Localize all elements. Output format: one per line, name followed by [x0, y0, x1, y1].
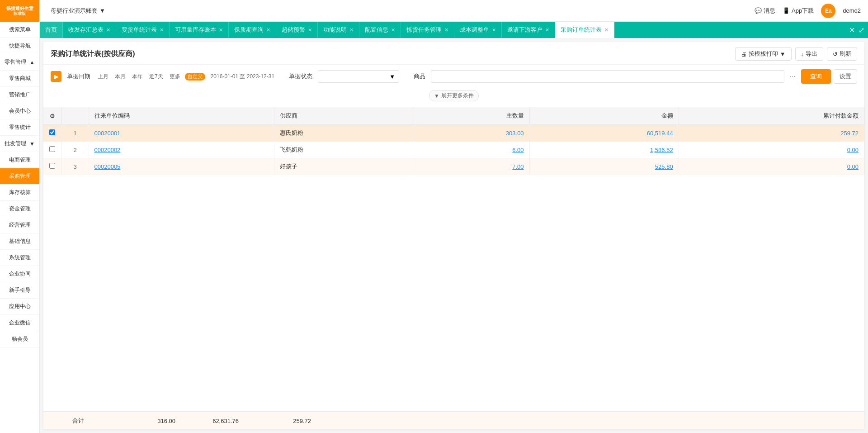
username: demo2	[843, 7, 861, 14]
tab-baozhi-label: 保质期查询	[234, 26, 264, 34]
tab-yaoqing[interactable]: 邀请下游客户 ✕	[502, 22, 555, 38]
row-paid-amount[interactable]: 0.00	[679, 142, 864, 158]
sidebar-item-vip[interactable]: 畅会员	[0, 331, 39, 347]
sidebar-item-marketing[interactable]: 营销推广	[0, 87, 39, 103]
shortcut-this-year[interactable]: 本年	[130, 72, 145, 81]
sidebar-item-enterprise[interactable]: 企业协同	[0, 266, 39, 282]
close-icon[interactable]: ✕	[444, 27, 448, 33]
sidebar-item-search[interactable]: 搜索菜单	[0, 22, 39, 38]
date-custom-badge[interactable]: 自定义	[185, 73, 205, 81]
sidebar-item-purchase[interactable]: 采购管理	[0, 168, 39, 185]
tab-home[interactable]: 首页	[40, 22, 63, 38]
shortcut-7days[interactable]: 近7天	[147, 72, 165, 81]
row-quantity[interactable]: 7.00	[413, 158, 529, 175]
settings-button[interactable]: 设置	[834, 69, 857, 84]
export-button[interactable]: ↓ 导出	[795, 47, 824, 61]
col-quantity: 主数量	[413, 107, 529, 125]
table-row[interactable]: 2 00020002 飞鹤奶粉 6.00 1,586.52 0.00	[43, 142, 864, 158]
close-icon[interactable]: ✕	[391, 27, 395, 33]
close-icon[interactable]: ✕	[308, 27, 312, 33]
table-header-row: ⚙ 往来单位编码 供应商 主数量	[43, 107, 864, 125]
template-print-button[interactable]: 🖨 按模板打印 ▼	[735, 47, 792, 61]
row-checkbox[interactable]	[43, 142, 61, 158]
expand-more-button[interactable]: ▼ 展开更多条件	[429, 90, 479, 101]
tab-zhuohuo[interactable]: 拣货任务管理 ✕	[401, 22, 454, 38]
tab-chaochuyujing[interactable]: 超储预警 ✕	[276, 22, 318, 38]
close-icon[interactable]: ✕	[545, 27, 549, 33]
sidebar-item-ecommerce[interactable]: 电商管理	[0, 152, 39, 168]
sidebar: 畅捷通好生意 标准版 搜索菜单 快捷导航 零售管理 ▲ 零售商城 营销推广 会员…	[0, 0, 40, 433]
tab-chengben[interactable]: 成本调整单 ✕	[454, 22, 502, 38]
goods-input[interactable]	[431, 70, 784, 83]
sidebar-item-retail-stat[interactable]: 零售统计	[0, 119, 39, 136]
col-checkbox[interactable]: ⚙	[43, 107, 61, 125]
col-paid-amount: 累计付款金额	[679, 107, 864, 125]
shortcut-last-month[interactable]: 上月	[96, 72, 110, 81]
refresh-button[interactable]: ↺ 刷新	[827, 47, 857, 61]
shortcut-more[interactable]: 更多	[168, 72, 182, 81]
tab-peizhi-label: 配置信息	[365, 26, 388, 34]
app-download-action[interactable]: 📱 App下载	[783, 7, 814, 15]
row-unit-code[interactable]: 00020002	[89, 142, 274, 158]
row-seq: 2	[61, 142, 89, 158]
tab-caigou[interactable]: 采购订单统计表 ✕	[555, 22, 614, 38]
row-amount[interactable]: 60,519.44	[529, 125, 679, 142]
more-icon[interactable]: ···	[790, 72, 796, 81]
table-row[interactable]: 1 00020001 惠氏奶粉 303.00 60,519.44 259.72	[43, 125, 864, 142]
message-action[interactable]: 💬 消息	[755, 7, 775, 15]
sidebar-item-retail-mall[interactable]: 零售商城	[0, 71, 39, 87]
row-quantity[interactable]: 6.00	[413, 142, 529, 158]
sidebar-item-member[interactable]: 会员中心	[0, 103, 39, 119]
table-row[interactable]: 3 00020005 好孩子 7.00 525.80 0.00	[43, 158, 864, 175]
logo-sub: 标准版	[6, 11, 33, 16]
sidebar-item-basic[interactable]: 基础信息	[0, 233, 39, 250]
sidebar-item-system[interactable]: 系统管理	[0, 250, 39, 266]
sidebar-item-wechat[interactable]: 企业微信	[0, 315, 39, 331]
row-unit-code[interactable]: 00020001	[89, 125, 274, 142]
row-amount[interactable]: 1,586.52	[529, 142, 679, 158]
account-selector[interactable]: 母婴行业演示账套 ▼	[47, 5, 109, 17]
sidebar-item-operation[interactable]: 经营管理	[0, 217, 39, 233]
tab-peizhi[interactable]: 配置信息 ✕	[359, 22, 401, 38]
sidebar-item-appcenter[interactable]: 应用中心	[0, 299, 39, 315]
close-tab-btn[interactable]: ✕	[849, 26, 855, 34]
footer-label: 合计	[49, 417, 94, 425]
message-label: 消息	[764, 7, 775, 15]
tab-gongneng[interactable]: 功能说明 ✕	[318, 22, 359, 38]
row-checkbox[interactable]	[43, 125, 61, 142]
shortcut-this-month[interactable]: 本月	[113, 72, 127, 81]
close-icon[interactable]: ✕	[160, 27, 164, 33]
tab-baozhi[interactable]: 保质期查询 ✕	[229, 22, 276, 38]
row-checkbox[interactable]	[43, 158, 61, 175]
filter-toggle-button[interactable]: ▶	[51, 71, 61, 82]
sidebar-item-wholesale[interactable]: 批发管理 ▼	[0, 136, 39, 152]
sidebar-item-finance[interactable]: 资金管理	[0, 201, 39, 217]
close-icon[interactable]: ✕	[492, 27, 496, 33]
maximize-btn[interactable]: ⤢	[859, 26, 864, 34]
row-paid-amount[interactable]: 259.72	[679, 125, 864, 142]
close-icon[interactable]: ✕	[219, 27, 223, 33]
close-icon[interactable]: ✕	[349, 27, 354, 33]
tab-shoufahui[interactable]: 收发存汇总表 ✕	[63, 22, 116, 38]
row-seq: 3	[61, 158, 89, 175]
close-icon[interactable]: ✕	[106, 27, 110, 33]
close-icon[interactable]: ✕	[266, 27, 270, 33]
sidebar-item-quicknav[interactable]: 快捷导航	[0, 38, 39, 54]
main-wrapper: 母婴行业演示账套 ▼ 💬 消息 📱 App下载 Ea demo2 首页 收发存汇…	[40, 0, 868, 433]
tab-yaohuo[interactable]: 要货单统计表 ✕	[116, 22, 170, 38]
row-paid-amount[interactable]: 0.00	[679, 158, 864, 175]
tab-keyongliang[interactable]: 可用量库存账本 ✕	[170, 22, 229, 38]
close-icon[interactable]: ✕	[604, 27, 609, 33]
logo: 畅捷通好生意 标准版	[0, 0, 39, 22]
page-inner: 采购订单统计表(按供应商) 🖨 按模板打印 ▼ ↓ 导出 ↺ 刷新	[43, 42, 864, 429]
sidebar-item-inventory[interactable]: 库存核算	[0, 185, 39, 201]
row-amount[interactable]: 525.80	[529, 158, 679, 175]
sidebar-item-retail[interactable]: 零售管理 ▲	[0, 54, 39, 71]
tab-zhuohuo-label: 拣货任务管理	[406, 26, 442, 34]
sidebar-item-newguide[interactable]: 新手引导	[0, 282, 39, 299]
status-select[interactable]: ▼	[318, 70, 399, 83]
query-button[interactable]: 查询	[801, 69, 831, 84]
avatar[interactable]: Ea	[821, 4, 835, 18]
row-unit-code[interactable]: 00020005	[89, 158, 274, 175]
row-quantity[interactable]: 303.00	[413, 125, 529, 142]
